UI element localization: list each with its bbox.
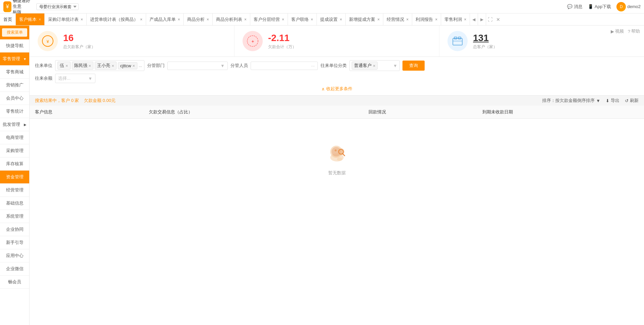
tab-close-all[interactable]: ✕	[494, 13, 502, 26]
sidebar-item-ecommerce-mgmt[interactable]: 电商管理	[0, 131, 29, 144]
video-icon: ▶	[611, 29, 614, 34]
filter-collapse-toggle[interactable]: ∧ 收起更多条件	[321, 86, 352, 92]
remove-tag-wu[interactable]: ×	[66, 63, 68, 68]
query-button[interactable]: 查询	[402, 61, 425, 71]
person-select[interactable]: ···	[251, 62, 318, 70]
tab-home[interactable]: 首页	[0, 13, 16, 26]
stat-total-customers: ¥ 16 总欠款客户（家）	[30, 26, 234, 57]
stat-value-customers: 16	[63, 33, 95, 43]
tab-customer-tier[interactable]: 客户分层经营 ×	[250, 13, 288, 26]
sidebar-item-system-mgmt[interactable]: 系统管理	[0, 210, 29, 223]
search-menu-button[interactable]: 搜索菜单	[2, 28, 27, 37]
sidebar-item-enterprise-collab[interactable]: 企业协同	[0, 223, 29, 236]
tab-close-business-status[interactable]: ×	[406, 17, 409, 22]
stat-total-clients: 131 总客户（家） ▶ 视频 ? 帮助	[439, 26, 644, 57]
sidebar-item-business-mgmt[interactable]: 经营管理	[0, 184, 29, 197]
dept-select[interactable]: ▼	[167, 62, 228, 70]
remove-tag-cjttcw[interactable]: ×	[132, 63, 135, 68]
filter-tag-wang[interactable]: 王小亮 ×	[95, 62, 117, 70]
sidebar-item-purchase-mgmt[interactable]: 采购管理	[0, 144, 29, 157]
message-btn[interactable]: 💬 消息	[567, 4, 583, 10]
top-bar: ¥ 畅捷通好生意 标版 母婴行业演示账套 💬 消息 📱 App下载 D demo…	[0, 0, 644, 13]
tab-close-product-inbound[interactable]: ×	[178, 17, 180, 22]
filter-tag-normal-customer[interactable]: 普通客户 ×	[352, 62, 378, 70]
sidebar-item-member-center[interactable]: 会员中心	[0, 92, 29, 105]
avatar: D	[616, 2, 626, 11]
tab-close-product-analysis[interactable]: ×	[207, 17, 209, 22]
tab-purchase-order[interactable]: 采购订单统计表 ×	[45, 13, 87, 26]
filter-more-tags[interactable]: ...	[139, 63, 142, 68]
person-label: 分管人员	[230, 63, 248, 69]
tab-scroll-left[interactable]: ◀	[470, 13, 478, 26]
unit-tag-area[interactable]: 伍 × 陈民强 × 王小亮 × cjttcw × ...	[55, 60, 144, 71]
remove-tag-normal-customer[interactable]: ×	[373, 63, 376, 68]
refresh-button[interactable]: ↺ 刷新	[625, 98, 639, 104]
user-menu[interactable]: D demo2	[616, 2, 641, 11]
sidebar-item-retail-mall[interactable]: 零售商城	[0, 66, 29, 79]
video-btn[interactable]: ▶ 视频	[611, 28, 624, 34]
search-result-bar: 搜索结果中，客户 0 家 欠款金额 0.00元 排序：按欠款金额倒序排序 ▼ ⬇…	[30, 96, 644, 106]
filter-tag-chen[interactable]: 陈民强 ×	[72, 62, 94, 70]
filter-tag-wu[interactable]: 伍 ×	[57, 62, 71, 70]
sidebar: 搜索菜单 快捷导航 零售管理 ▼ 零售商城 营销推广 会员中心 零售统计 批发管…	[0, 26, 30, 325]
balance-select[interactable]: 选择... ▼	[55, 74, 95, 83]
sidebar-item-app-center[interactable]: 应用中心	[0, 249, 29, 262]
tab-product-analysis-list[interactable]: 商品分析列表 ×	[213, 13, 250, 26]
sidebar-item-new-guide[interactable]: 新手引导	[0, 236, 29, 249]
tab-profit-report[interactable]: 利润报告 ×	[412, 13, 441, 26]
chevron-right-icon: ▶	[24, 123, 27, 127]
remove-tag-wang[interactable]: ×	[112, 63, 114, 68]
result-actions: 排序：按欠款金额倒序排序 ▼ ⬇ 导出 ↺ 刷新	[542, 98, 639, 104]
tab-close-profit-report[interactable]: ×	[435, 17, 437, 22]
tab-product-analysis[interactable]: 商品分析 ×	[184, 13, 213, 26]
tab-close-promotion-settings[interactable]: ×	[340, 17, 342, 22]
export-icon: ⬇	[606, 98, 609, 103]
stat-label-clients: 总客户（家）	[473, 44, 497, 50]
sidebar-item-basic-info[interactable]: 基础信息	[0, 197, 29, 210]
tab-close-customer-ledger[interactable]: ×	[39, 17, 41, 22]
filter-tag-cjttcw[interactable]: cjttcw ×	[118, 62, 137, 69]
filter-row-1: 往来单位 伍 × 陈民强 × 王小亮 × cjttcw	[35, 60, 639, 71]
tab-close-product-analysis-list[interactable]: ×	[244, 17, 247, 22]
tab-close-purchase-order[interactable]: ×	[81, 17, 83, 22]
unit-class-tag-area[interactable]: 普通客户 × ▼	[349, 60, 400, 71]
tab-close-inbound-stats[interactable]: ×	[140, 17, 142, 22]
tab-close-customer-contact[interactable]: ×	[311, 17, 313, 22]
tab-fullscreen[interactable]: ⛶	[486, 13, 494, 26]
chevron-down-icon: ▼	[23, 57, 27, 61]
export-button[interactable]: ⬇ 导出	[606, 98, 619, 104]
stats-row: ¥ 16 总欠款客户（家） ✦ -2.11 欠款合计	[30, 26, 644, 57]
sidebar-item-inventory[interactable]: 库存核算	[0, 157, 29, 171]
tab-customer-ledger[interactable]: 客户账本 ×	[16, 13, 45, 26]
tab-close-customer-tier[interactable]: ×	[282, 17, 284, 22]
remove-tag-chen[interactable]: ×	[89, 63, 91, 68]
demo-selector[interactable]: 母婴行业演示账套	[36, 3, 79, 10]
tab-scroll-right[interactable]: ▶	[478, 13, 486, 26]
tab-promotion-settings[interactable]: 提成设置 ×	[317, 13, 346, 26]
logo-icon: ¥	[3, 1, 11, 12]
svg-rect-6	[458, 37, 461, 39]
refresh-icon: ↺	[625, 98, 629, 103]
help-btn[interactable]: ? 帮助	[628, 28, 640, 34]
sidebar-item-finance-mgmt[interactable]: 资金管理	[0, 171, 29, 184]
balance-label: 往来余额	[35, 75, 52, 81]
tab-inbound-stats[interactable]: 进货单统计表（按商品） ×	[87, 13, 146, 26]
sidebar-item-vip-member[interactable]: 畅会员	[0, 276, 29, 289]
tab-new-promotion[interactable]: 新增提成方案 ×	[346, 13, 383, 26]
tab-retail-profit[interactable]: 零售利润 ×	[441, 13, 470, 26]
sidebar-item-marketing[interactable]: 营销推广	[0, 79, 29, 92]
sort-select[interactable]: 排序：按欠款金额倒序排序 ▼	[542, 98, 600, 104]
app-download-btn[interactable]: 📱 App下载	[588, 4, 611, 10]
sidebar-item-wholesale-mgmt[interactable]: 批发管理 ▶	[0, 118, 29, 131]
sidebar-item-retail-mgmt[interactable]: 零售管理 ▼	[0, 52, 29, 66]
tab-business-status[interactable]: 经营情况 ×	[383, 13, 412, 26]
unit-class-dropdown-icon: ▼	[393, 63, 397, 68]
tab-close-new-promotion[interactable]: ×	[377, 17, 380, 22]
tab-customer-contact[interactable]: 客户联络 ×	[288, 13, 317, 26]
sidebar-item-retail-stats[interactable]: 零售统计	[0, 105, 29, 118]
sidebar-item-quick-nav[interactable]: 快捷导航	[0, 39, 29, 52]
svg-point-15	[335, 149, 337, 151]
tab-close-retail-profit[interactable]: ×	[464, 17, 466, 22]
tab-product-inbound[interactable]: 产成品入库单 ×	[146, 13, 184, 26]
sidebar-item-enterprise-wechat[interactable]: 企业微信	[0, 262, 29, 276]
